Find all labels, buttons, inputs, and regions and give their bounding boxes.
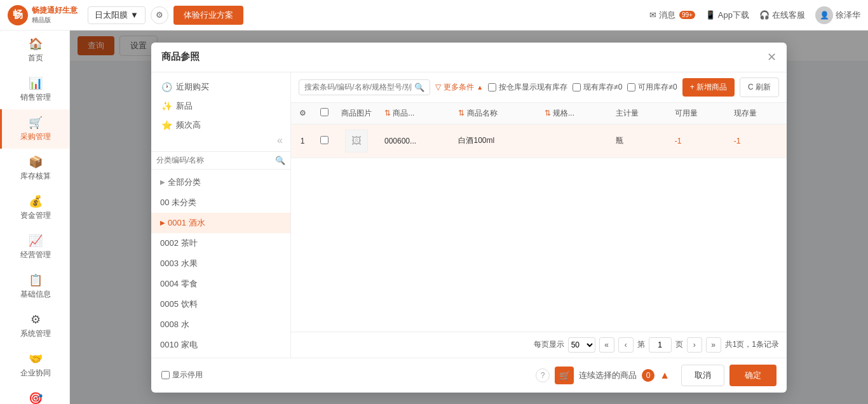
sort-icon: ⇅: [384, 109, 391, 118]
search-icon[interactable]: 🔍: [275, 156, 285, 165]
app-download-item[interactable]: 📱 App下载: [705, 10, 749, 21]
category-0004[interactable]: 0004 零食: [151, 274, 290, 294]
modal-overlay: 商品参照 ✕ 🕐 近期购买 ✨: [70, 30, 868, 404]
nav-right: ✉ 消息 99+ 📱 App下载 🎧 在线客服 👤 徐泽华: [649, 6, 860, 24]
select-all-checkbox[interactable]: [320, 108, 329, 116]
modal-close-button[interactable]: ✕: [767, 50, 776, 64]
sidebar-item-system[interactable]: ⚙ 系统管理: [0, 306, 69, 346]
collapse-icon[interactable]: «: [277, 135, 283, 146]
checkbox-warehouse[interactable]: 按仓库显示现有库存: [488, 82, 567, 93]
row-current: -1: [728, 124, 787, 158]
quick-recent[interactable]: 🕐 近期购买: [156, 77, 285, 97]
sidebar-item-purchase[interactable]: 🛒 采购管理: [0, 109, 69, 149]
category-0005[interactable]: 0005 饮料: [151, 294, 290, 314]
message-badge: 99+: [679, 11, 695, 19]
col-product-name[interactable]: ⇅ 商品名称: [452, 103, 538, 125]
confirm-button[interactable]: 确定: [729, 365, 776, 386]
help-icon[interactable]: ?: [536, 368, 550, 382]
col-settings[interactable]: ⚙: [291, 103, 314, 125]
chevron-down-icon: ▼: [130, 10, 139, 20]
next-page-button[interactable]: ›: [687, 337, 702, 353]
message-icon: ✉: [649, 10, 656, 20]
service-item[interactable]: 🎧 在线客服: [759, 10, 805, 21]
sidebar-item-sales[interactable]: 📊 销售管理: [0, 70, 69, 109]
checkbox-nonzero-available-input[interactable]: [627, 83, 635, 91]
sidebar-item-operation[interactable]: 📈 经营管理: [0, 227, 69, 267]
show-disabled-input[interactable]: [161, 371, 170, 379]
purchase-icon: 🛒: [29, 116, 43, 130]
row-available: -1: [668, 124, 728, 158]
modal-body: 🕐 近期购买 ✨ 新品 ⭐ 频次高: [151, 72, 787, 358]
logo-area: 畅 畅捷通好生意 精品版: [8, 5, 78, 25]
category-0008[interactable]: 0008 水: [151, 314, 290, 335]
checkbox-warehouse-input[interactable]: [488, 83, 496, 91]
sidebar-item-enterprise[interactable]: 🤝 企业协同: [0, 346, 69, 385]
product-search-input[interactable]: [304, 83, 412, 91]
page-size-select[interactable]: 50 100 200: [568, 337, 595, 353]
product-image-placeholder: 🖼: [345, 130, 368, 152]
quick-frequent[interactable]: ⭐ 频次高: [156, 116, 285, 135]
refresh-button[interactable]: C 刷新: [740, 77, 779, 97]
category-0003[interactable]: 0003 水果: [151, 253, 290, 274]
message-item[interactable]: ✉ 消息 99+: [649, 10, 695, 21]
modal-header: 商品参照 ✕: [151, 43, 787, 72]
row-checkbox[interactable]: [320, 136, 329, 144]
checkbox-nonzero-exist-input[interactable]: [573, 83, 581, 91]
arrow-right-icon: ▶: [160, 178, 165, 185]
category-00[interactable]: 00 未分类: [151, 192, 290, 213]
settings-icon[interactable]: ⚙: [151, 6, 168, 24]
checkbox-nonzero-available[interactable]: 可用库存≠0: [627, 82, 677, 93]
sidebar-item-home[interactable]: 🏠 首页: [0, 30, 69, 70]
page-number-input[interactable]: [649, 337, 672, 353]
sidebar-item-basic[interactable]: 📋 基础信息: [0, 267, 69, 306]
quick-access: 🕐 近期购买 ✨ 新品 ⭐ 频次高: [151, 72, 290, 152]
category-all[interactable]: ▶ 全部分类: [151, 172, 290, 192]
trial-button[interactable]: 体验行业方案: [173, 6, 243, 25]
top-nav: 畅 畅捷通好生意 精品版 日太阳膜 ▼ ⚙ 体验行业方案 ✉ 消息 99+ 📱 …: [0, 0, 868, 30]
filter-button[interactable]: ▽ 更多条件 ▲: [435, 82, 483, 93]
avatar: 👤: [815, 6, 833, 24]
category-0001[interactable]: ▶ 0001 酒水: [151, 213, 290, 233]
add-product-button[interactable]: + 新增商品: [682, 78, 735, 97]
checkbox-nonzero-exist[interactable]: 现有库存≠0: [573, 82, 622, 93]
quick-new[interactable]: ✨ 新品: [156, 97, 285, 116]
headphone-icon: 🎧: [759, 10, 770, 20]
system-icon: ⚙: [31, 313, 41, 327]
row-product-name: 白酒100ml: [452, 124, 538, 158]
row-unit: 瓶: [609, 124, 668, 158]
sidebar-item-finance[interactable]: 💰 资金管理: [0, 188, 69, 227]
store-selector[interactable]: 日太阳膜 ▼: [88, 6, 146, 24]
sidebar-item-guide[interactable]: 🎯 新手引导: [0, 385, 69, 404]
arrow-right-icon-active: ▶: [160, 219, 165, 226]
col-spec[interactable]: ⇅ 规格...: [538, 103, 609, 125]
table-row[interactable]: 1 🖼 000600... 白酒100ml 瓶: [291, 124, 787, 158]
row-checkbox-cell[interactable]: [314, 124, 335, 158]
category-search-input[interactable]: [156, 156, 273, 165]
cart-icon[interactable]: 🛒: [555, 367, 574, 384]
operation-icon: 📈: [29, 234, 43, 248]
col-checkbox-all[interactable]: [314, 103, 335, 125]
sales-icon: 📊: [29, 76, 43, 90]
category-search: 🔍: [151, 152, 290, 170]
category-0010[interactable]: 0010 家电: [151, 335, 290, 355]
last-page-button[interactable]: »: [706, 337, 721, 353]
home-icon: 🏠: [29, 37, 43, 51]
content-area: 查询 设置 商品参照 ✕ 🕐: [70, 30, 868, 404]
col-available: 可用量: [668, 103, 728, 125]
modal-footer: 显示停用 ? 🛒 连续选择的商品 0 ▲ 取消 确定: [151, 358, 787, 393]
col-product-code[interactable]: ⇅ 商品...: [378, 103, 452, 125]
search-magnify-icon[interactable]: 🔍: [414, 83, 424, 92]
cancel-button[interactable]: 取消: [681, 365, 724, 386]
left-panel: 🕐 近期购买 ✨ 新品 ⭐ 频次高: [151, 72, 291, 358]
sidebar-item-inventory[interactable]: 📦 库存核算: [0, 149, 69, 188]
user-item[interactable]: 👤 徐泽华: [815, 6, 860, 24]
first-page-button[interactable]: «: [599, 337, 614, 353]
prev-page-button[interactable]: ‹: [618, 337, 634, 353]
show-disabled-checkbox[interactable]: 显示停用: [161, 370, 203, 380]
category-0002[interactable]: 0002 茶叶: [151, 233, 290, 253]
main-layout: 🏠 首页 📊 销售管理 🛒 采购管理 📦 库存核算 💰 资金管理 📈 经营管理 …: [0, 30, 868, 404]
row-num: 1: [291, 124, 314, 158]
cart-label: 连续选择的商品: [579, 370, 637, 381]
logo-icon: 畅: [8, 5, 28, 25]
cart-collapse-icon[interactable]: ▲: [660, 370, 670, 381]
